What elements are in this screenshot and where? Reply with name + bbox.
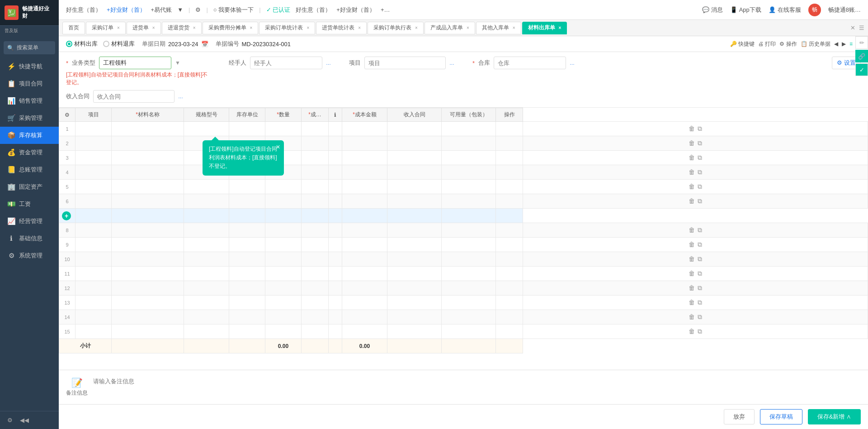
- tab-close[interactable]: ×: [358, 25, 361, 30]
- row-input2[interactable]: [114, 213, 181, 219]
- user-avatar[interactable]: 畅: [808, 4, 821, 16]
- sidebar-item-assets[interactable]: 🏢 固定资产: [0, 178, 59, 195]
- radio-material-return[interactable]: 材料退库: [103, 40, 135, 48]
- sidebar-item-quick-nav[interactable]: ⚡ 快捷导航: [0, 58, 59, 75]
- copy-row-btn[interactable]: ⧉: [698, 183, 702, 191]
- discard-button[interactable]: 放弃: [724, 409, 755, 424]
- sidebar-item-sales[interactable]: 📊 销售管理: [0, 92, 59, 110]
- delete-row-btn[interactable]: 🗑: [689, 284, 695, 292]
- radio-material-issue[interactable]: 材料出库: [66, 40, 98, 48]
- sidebar-item-purchase[interactable]: 🛒 采购管理: [0, 110, 59, 127]
- tab-purchase-expense[interactable]: 采购费用分摊单×: [203, 22, 259, 34]
- topbar-more[interactable]: +…: [381, 6, 390, 13]
- tab-purchase-order[interactable]: 采购订单×: [86, 22, 126, 34]
- tab-other-receipt[interactable]: 其他入库单×: [476, 22, 521, 34]
- copy-row-btn[interactable]: ⧉: [698, 168, 702, 176]
- date-value[interactable]: 2023-03-24: [168, 41, 198, 48]
- action-history[interactable]: 📋 历史单据: [801, 40, 830, 48]
- tab-close-all[interactable]: ✕: [850, 24, 855, 31]
- sidebar-item-project[interactable]: 📋 项目合同: [0, 75, 59, 92]
- settings-icon[interactable]: ⚙: [7, 417, 13, 424]
- delete-row-btn[interactable]: 🗑: [689, 125, 695, 133]
- delete-row-btn[interactable]: 🗑: [689, 139, 695, 147]
- action-nav-prev[interactable]: ◀: [834, 40, 838, 48]
- tab-receipt-stats[interactable]: 进货单统计表×: [316, 22, 367, 34]
- save-new-button[interactable]: 保存&新增 ∧: [808, 409, 861, 424]
- copy-row-btn[interactable]: ⧉: [698, 241, 702, 248]
- right-sidebar-edit[interactable]: ✏: [855, 36, 868, 49]
- copy-row-btn[interactable]: ⧉: [698, 270, 702, 277]
- warehouse-more[interactable]: …: [570, 60, 575, 66]
- delete-row-btn[interactable]: 🗑: [689, 197, 695, 205]
- tab-purchase-return[interactable]: 进退货货×: [162, 22, 202, 34]
- delete-row-btn[interactable]: 🗑: [689, 241, 695, 248]
- right-sidebar-link[interactable]: 🔗: [855, 50, 868, 62]
- topbar-message[interactable]: 💬 消息: [702, 6, 723, 14]
- tab-close[interactable]: ×: [307, 25, 309, 30]
- copy-row-btn[interactable]: ⧉: [698, 154, 702, 162]
- notes-input[interactable]: [93, 377, 861, 396]
- delete-row-btn[interactable]: 🗑: [689, 168, 695, 176]
- delete-row-btn[interactable]: 🗑: [689, 154, 695, 162]
- tab-material-issue[interactable]: 材料出库单×: [522, 22, 567, 34]
- copy-row-btn[interactable]: ⧉: [698, 125, 702, 133]
- tab-close[interactable]: ×: [559, 25, 561, 30]
- table-input-cell[interactable]: [75, 209, 112, 223]
- tab-close[interactable]: ×: [250, 25, 253, 30]
- copy-row-btn[interactable]: ⧉: [698, 139, 702, 147]
- calendar-icon[interactable]: 📅: [201, 41, 208, 48]
- table-input-cell2[interactable]: [112, 209, 184, 223]
- tab-close[interactable]: ×: [117, 25, 120, 30]
- delete-row-btn[interactable]: 🗑: [689, 313, 695, 321]
- biz-type-dropdown-arrow[interactable]: ▼: [175, 60, 180, 66]
- tab-more[interactable]: ☰: [859, 24, 864, 31]
- copy-row-btn[interactable]: ⧉: [698, 328, 702, 335]
- sidebar-item-basic-info[interactable]: ℹ 基础信息: [0, 230, 59, 247]
- warehouse-input[interactable]: [494, 57, 566, 69]
- copy-row-btn[interactable]: ⧉: [698, 197, 702, 205]
- copy-row-btn[interactable]: ⧉: [698, 299, 702, 306]
- sidebar-item-system[interactable]: ⚙ 系统管理: [0, 247, 59, 264]
- sidebar-item-ledger[interactable]: 📒 总账管理: [0, 161, 59, 178]
- topbar-settings-icon[interactable]: ⚙: [195, 6, 201, 13]
- action-view-list[interactable]: ≡: [849, 40, 853, 48]
- tab-close[interactable]: ×: [415, 25, 418, 30]
- topbar-good-wealth[interactable]: +好业财（首）: [107, 6, 146, 14]
- copy-row-btn[interactable]: ⧉: [698, 226, 702, 234]
- topbar-good-business2[interactable]: 好生意（首）: [296, 6, 331, 14]
- copy-row-btn[interactable]: ⧉: [698, 284, 702, 292]
- tab-close[interactable]: ×: [467, 25, 469, 30]
- sidebar-item-payroll[interactable]: 💵 工资: [0, 195, 59, 213]
- add-row-cell[interactable]: +: [59, 209, 75, 223]
- sidebar-item-management[interactable]: 📈 经营管理: [0, 213, 59, 230]
- topbar-app-download[interactable]: 📱 App下载: [730, 6, 761, 14]
- action-operate[interactable]: ⚙ 操作: [779, 40, 797, 48]
- delete-row-btn[interactable]: 🗑: [689, 270, 695, 277]
- copy-row-btn[interactable]: ⧉: [698, 255, 702, 263]
- delete-row-btn[interactable]: 🗑: [689, 299, 695, 306]
- agent-more[interactable]: …: [326, 60, 331, 66]
- col-settings[interactable]: ⚙: [59, 108, 75, 122]
- tab-purchase-receipt[interactable]: 进货单×: [127, 22, 161, 34]
- topbar-good-wealth2[interactable]: +好业财（首）: [336, 6, 375, 14]
- biz-type-input[interactable]: [99, 57, 171, 69]
- doc-value[interactable]: MD-20230324-001: [242, 41, 291, 48]
- action-shortcuts[interactable]: 🔑 快捷键: [730, 40, 755, 48]
- tab-close[interactable]: ×: [193, 25, 196, 30]
- delete-row-btn[interactable]: 🗑: [689, 255, 695, 263]
- collapse-icon[interactable]: ◀◀: [20, 417, 29, 424]
- delete-row-btn[interactable]: 🗑: [689, 328, 695, 335]
- tab-order-execution[interactable]: 采购订单执行表×: [368, 22, 424, 34]
- right-sidebar-check[interactable]: ✓: [855, 63, 868, 76]
- tab-home[interactable]: 首页: [62, 22, 85, 34]
- topbar-agent-accounting[interactable]: +易代账: [151, 6, 172, 14]
- income-contract-input[interactable]: [93, 90, 175, 103]
- income-contract-more[interactable]: …: [178, 94, 183, 99]
- project-input[interactable]: [364, 57, 446, 69]
- tab-purchase-stats[interactable]: 采购订单统计表×: [259, 22, 315, 34]
- add-row-btn[interactable]: +: [62, 211, 71, 220]
- tab-finished-goods[interactable]: 产成品入库单×: [425, 22, 475, 34]
- copy-row-btn[interactable]: ⧉: [698, 313, 702, 321]
- row-input[interactable]: [78, 213, 108, 219]
- tab-close[interactable]: ×: [152, 25, 155, 30]
